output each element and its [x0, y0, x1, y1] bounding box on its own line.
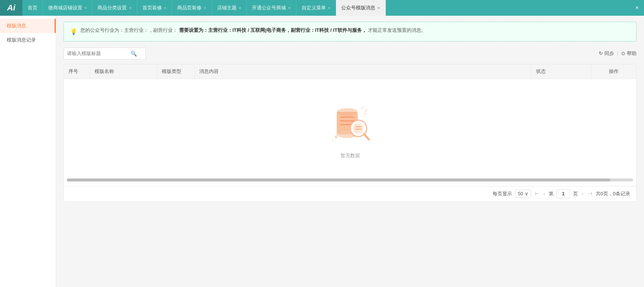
- svg-point-11: [335, 135, 338, 138]
- close-tab-icon[interactable]: ×: [129, 6, 131, 10]
- notice-text: 您的公众号行业为：主营行业：，副营行业： 需要设置为：主营行业：IT科技 / 互…: [80, 27, 426, 34]
- nav-tab-home[interactable]: 首页: [22, 0, 43, 16]
- search-input-wrap[interactable]: 🔍: [64, 48, 146, 59]
- close-tab-icon[interactable]: ×: [378, 6, 380, 10]
- help-icon: ⊙: [621, 51, 625, 56]
- nav-tab-product-decor[interactable]: 商品页装修×: [172, 0, 212, 16]
- svg-line-13: [361, 107, 364, 109]
- last-page-button[interactable]: ⊣: [587, 191, 593, 196]
- svg-point-12: [332, 140, 334, 142]
- divider: |: [617, 51, 618, 56]
- notice-prefix: 您的公众号行业为：主营行业：，副营行业：: [80, 27, 178, 33]
- help-button[interactable]: ⊙ 帮助: [621, 50, 637, 57]
- close-tab-icon[interactable]: ×: [164, 6, 166, 10]
- nav-tab-shop-theme[interactable]: 店铺主题×: [212, 0, 247, 16]
- th-seq: 序号: [64, 64, 90, 79]
- table-header: 序号 模版名称 模版类型 消息内容 状态 操作: [64, 64, 636, 79]
- empty-state: 暂无数据: [64, 79, 636, 174]
- sidebar-item-template-msg[interactable]: 模版消息: [0, 19, 56, 33]
- sync-label: 同步: [604, 50, 614, 57]
- layout: 模版消息模版消息记录 💡 您的公众号行业为：主营行业：，副营行业： 需要设置为：…: [0, 16, 644, 287]
- next-page-button[interactable]: ›: [581, 191, 584, 196]
- notice-highlight: 需要设置为：主营行业：IT科技 / 互联网|电子商务，副营行业：IT科技 / I…: [179, 27, 367, 33]
- close-tab-icon[interactable]: ×: [204, 6, 206, 10]
- close-all-button[interactable]: ×: [630, 4, 644, 11]
- close-tab-icon[interactable]: ×: [288, 6, 290, 10]
- notice-box: 💡 您的公众号行业为：主营行业：，副营行业： 需要设置为：主营行业：IT科技 /…: [64, 22, 637, 42]
- svg-line-8: [364, 134, 369, 140]
- svg-line-14: [364, 110, 367, 111]
- sync-icon: ↻: [599, 51, 603, 56]
- nav-tab-shop-settings[interactable]: 微商城店铺设置×: [43, 0, 92, 16]
- page-size-label: 每页显示: [493, 190, 512, 197]
- close-tab-icon[interactable]: ×: [328, 6, 330, 10]
- sync-button[interactable]: ↻ 同步: [599, 50, 614, 57]
- page-label: 页: [573, 190, 578, 197]
- chevron-down-icon: ∨: [525, 191, 529, 196]
- sidebar-item-template-record[interactable]: 模版消息记录: [0, 33, 56, 47]
- th-content: 消息内容: [195, 64, 531, 79]
- logo: Ai: [0, 0, 22, 16]
- nav-tab-custom-menu[interactable]: 自定义菜单×: [296, 0, 336, 16]
- page-input[interactable]: [557, 189, 570, 198]
- svg-point-7: [353, 123, 364, 134]
- search-input[interactable]: [67, 51, 130, 56]
- help-label: 帮助: [627, 50, 637, 57]
- close-tab-icon[interactable]: ×: [239, 6, 241, 10]
- scroll-track[interactable]: [67, 178, 633, 181]
- search-button[interactable]: 🔍: [130, 51, 137, 57]
- empty-text: 暂无数据: [341, 152, 360, 159]
- scroll-thumb: [67, 178, 610, 181]
- notice-suffix: 才能正常发送预置的消息。: [368, 27, 426, 33]
- page-prefix: 第: [549, 190, 554, 197]
- sidebar: 模版消息模版消息记录: [0, 16, 56, 287]
- nav-tab-open-wechat[interactable]: 开通公众号商城×: [247, 0, 296, 16]
- nav-tabs: 首页微商城店铺设置×商品分类设置×首页装修×商品页装修×店铺主题×开通公众号商城…: [22, 0, 630, 16]
- main-content: 💡 您的公众号行业为：主营行业：，副营行业： 需要设置为：主营行业：IT科技 /…: [56, 16, 644, 287]
- top-nav: Ai 首页微商城店铺设置×商品分类设置×首页装修×商品页装修×店铺主题×开通公众…: [0, 0, 644, 16]
- empty-illustration: [328, 101, 373, 146]
- pagination: 每页显示 50 ∨ ⊢ ‹ 第 页 › ⊣ 共0页，0条记录: [64, 186, 636, 201]
- page-size-value: 50: [518, 191, 523, 196]
- close-tab-icon[interactable]: ×: [84, 6, 87, 10]
- logo-text: Ai: [7, 3, 15, 13]
- th-status: 状态: [531, 64, 591, 79]
- th-name: 模版名称: [90, 64, 157, 79]
- th-type: 模版类型: [157, 64, 195, 79]
- nav-tab-template-msg[interactable]: 公众号模版消息×: [336, 0, 385, 16]
- toolbar-right: ↻ 同步 | ⊙ 帮助: [599, 50, 637, 57]
- search-bar: 🔍 ↻ 同步 | ⊙ 帮助: [64, 48, 637, 59]
- lightbulb-icon: 💡: [70, 27, 77, 37]
- nav-tab-category-settings[interactable]: 商品分类设置×: [92, 0, 137, 16]
- first-page-button[interactable]: ⊢: [534, 191, 540, 196]
- data-table: 序号 模版名称 模版类型 消息内容 状态 操作: [64, 64, 637, 202]
- nav-tab-home-decor[interactable]: 首页装修×: [137, 0, 172, 16]
- total-label: 共0页，0条记录: [596, 190, 630, 197]
- svg-line-15: [364, 113, 367, 114]
- prev-page-button[interactable]: ‹: [543, 191, 546, 196]
- page-size-select[interactable]: 50 ∨: [515, 190, 531, 198]
- th-action: 操作: [591, 64, 636, 79]
